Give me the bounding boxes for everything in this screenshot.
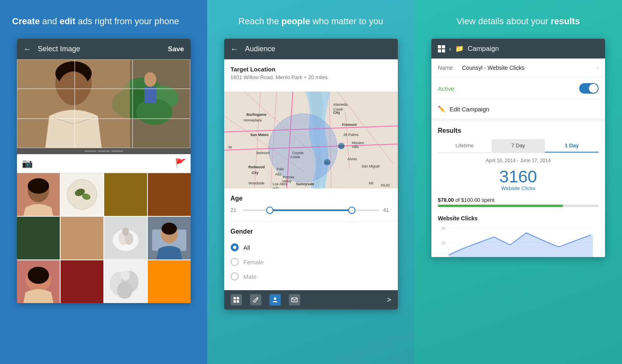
header-grid-icon[interactable] [438, 45, 445, 52]
svg-text:Homeplace: Homeplace [244, 118, 262, 122]
panel-create-ads: Create and edit ads right from your phon… [0, 0, 207, 364]
grid-item-7[interactable] [104, 217, 147, 259]
grid-item-6[interactable] [61, 217, 103, 259]
age-slider-thumb-left[interactable] [266, 207, 273, 214]
grid-item-12[interactable] [148, 260, 191, 303]
svg-text:6SJG: 6SJG [381, 183, 390, 187]
grid-item-10[interactable] [61, 260, 103, 303]
grid-item-4[interactable] [148, 173, 191, 216]
chart-area: 20 10 [438, 225, 599, 257]
svg-text:262: 262 [338, 144, 344, 149]
svg-point-42 [122, 228, 129, 236]
svg-rect-27 [17, 217, 60, 259]
edit-icon: ✏️ [438, 105, 445, 113]
active-label: Active [438, 85, 579, 92]
age-slider[interactable] [243, 209, 379, 211]
svg-line-115 [256, 298, 257, 299]
svg-point-59 [121, 270, 130, 280]
svg-rect-18 [104, 173, 147, 216]
tab-7day[interactable]: 7 Day [492, 139, 545, 153]
svg-text:Creek: Creek [333, 107, 343, 111]
svg-text:Burlingame: Burlingame [246, 113, 267, 117]
budget-progress-bg [438, 205, 599, 207]
main-photo [17, 59, 191, 148]
svg-text:Creek: Creek [290, 155, 300, 159]
svg-text:Sunnyvale: Sunnyvale [296, 182, 314, 186]
svg-text:Woodside: Woodside [248, 181, 265, 185]
active-toggle[interactable] [579, 83, 599, 94]
grid-image-5 [17, 217, 60, 259]
tab-1day[interactable]: 1 Day [545, 139, 599, 153]
grid-item-9[interactable] [17, 260, 60, 303]
nav-icon-person[interactable] [269, 294, 281, 305]
main-image-crop[interactable] [17, 59, 191, 148]
svg-text:Mission: Mission [352, 141, 364, 145]
svg-text:Alameda: Alameda [333, 103, 348, 107]
svg-rect-114 [237, 300, 239, 303]
map-svg: 101 262 Burlingame Homeplace San Mateo B… [224, 92, 398, 188]
panel1-title: Create and edit ads right from your phon… [12, 16, 195, 27]
save-button[interactable]: Save [168, 45, 184, 53]
age-label: Age [231, 195, 391, 202]
svg-rect-33 [61, 217, 103, 259]
svg-point-13 [27, 178, 49, 194]
results-section: Results Lifetime 7 Day 1 Day April 16, 2… [431, 121, 605, 207]
name-value: Counsyl - Website Clicks [462, 65, 597, 71]
edit-campaign-row[interactable]: ✏️ Edit Campaign [431, 100, 605, 121]
gallery-toolbar: 📷 🚩 [17, 154, 191, 173]
gender-option-female[interactable]: Female [231, 255, 391, 269]
grid-item-8[interactable] [148, 217, 191, 259]
date-range: April 16, 2014 - June 17, 2014 [438, 158, 599, 163]
chart-svg: 20 10 [438, 225, 599, 257]
svg-rect-60 [148, 260, 191, 303]
gender-option-male[interactable]: Male [231, 269, 391, 284]
svg-point-58 [117, 282, 132, 299]
svg-text:Alviso: Alviso [347, 157, 357, 161]
results-tabs: Lifetime 7 Day 1 Day [438, 139, 599, 153]
drag-handle[interactable] [17, 148, 191, 154]
budget-rest: of $100.00 spent [455, 197, 494, 203]
header-chevron-icon: › [449, 46, 451, 52]
grid-image-3 [104, 173, 147, 216]
header-title: Select Image [38, 45, 168, 53]
radio-male[interactable] [231, 272, 239, 280]
nav-icon-mail[interactable] [289, 294, 300, 305]
map-container[interactable]: 101 262 Burlingame Homeplace San Mateo B… [224, 92, 398, 188]
flag-icon[interactable]: 🚩 [175, 158, 186, 169]
grid-item-11[interactable] [104, 260, 147, 303]
gender-label: Gender [231, 228, 391, 235]
grid-image-2 [61, 173, 103, 216]
campaign-detail: Name Counsyl - Website Clicks › Active ✏… [431, 59, 605, 257]
audience-back-button[interactable]: ← [231, 44, 239, 54]
back-button[interactable]: ← [23, 44, 32, 54]
budget-text: $78.00 of $100.00 spent [438, 197, 599, 203]
age-max: 41 [383, 207, 391, 213]
grid-image-4 [148, 173, 191, 216]
grid-item-1[interactable] [17, 173, 60, 216]
nav-icon-edit[interactable] [250, 294, 261, 305]
radio-all[interactable] [231, 243, 239, 251]
name-chevron[interactable]: › [597, 64, 599, 71]
svg-text:Palo: Palo [277, 167, 284, 171]
campaign-header-title: Campaign [468, 45, 499, 53]
radio-female[interactable] [231, 258, 239, 266]
target-location-label: Target Location [231, 66, 391, 73]
svg-rect-23 [148, 173, 191, 216]
nav-icon-grid[interactable] [231, 294, 242, 305]
grid-item-2[interactable] [61, 173, 103, 216]
svg-text:28 Palms: 28 Palms [343, 133, 359, 137]
grid-image-8 [148, 217, 191, 259]
tab-lifetime[interactable]: Lifetime [438, 139, 492, 153]
camera-icon[interactable]: 📷 [22, 158, 33, 169]
grid-item-3[interactable] [104, 173, 147, 216]
nav-next-arrow[interactable]: > [387, 296, 391, 304]
gender-option-all[interactable]: All [231, 240, 391, 255]
age-slider-thumb-right[interactable] [348, 207, 355, 214]
svg-text:Valley: Valley [282, 179, 292, 183]
svg-rect-111 [233, 297, 236, 299]
grid-image-9 [17, 260, 60, 303]
svg-text:Mil: Mil [369, 181, 374, 185]
phone-card-1: ← Select Image Save [17, 39, 191, 303]
select-image-header: ← Select Image Save [17, 39, 191, 59]
grid-item-5[interactable] [17, 217, 60, 259]
